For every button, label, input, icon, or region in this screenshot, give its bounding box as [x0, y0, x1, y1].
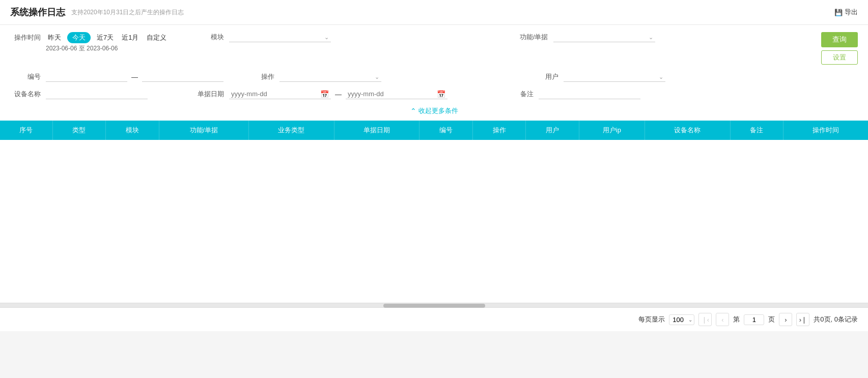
page-size-wrap[interactable]: 100 50 200 500 ⌄	[669, 314, 694, 325]
doc-date-col: 单据日期 📅 — 📅	[193, 89, 483, 99]
time-btn-7days[interactable]: 近7天	[95, 32, 116, 43]
col-seq: 序号	[0, 121, 52, 140]
doc-date-to-wrap[interactable]: 📅	[346, 89, 447, 99]
number-input-to[interactable]	[142, 72, 223, 82]
col-biz-type: 业务类型	[249, 121, 334, 140]
collapse-icon: ⌃	[410, 107, 416, 115]
operation-col: 操作 ⌄	[244, 72, 508, 82]
user-chevron-icon: ⌄	[659, 73, 663, 80]
total-info: 共0页, 0条记录	[814, 315, 858, 324]
col-remark: 备注	[730, 121, 783, 140]
col-user-ip: 用户ip	[579, 121, 645, 140]
col-operation: 操作	[472, 121, 525, 140]
operation-chevron-icon: ⌄	[375, 73, 379, 80]
table-header: 序号 类型 模块 功能/单据 业务类型 单据日期 编号 操作 用户 用户ip 设…	[0, 121, 868, 140]
function-select[interactable]	[555, 33, 643, 41]
export-button[interactable]: 💾 导出	[834, 8, 858, 17]
calendar-from-icon[interactable]: 📅	[320, 90, 329, 98]
export-label: 导出	[845, 8, 858, 17]
module-col: 模块 ⌄	[193, 32, 492, 42]
page-size-select[interactable]: 100 50 200 500	[669, 314, 694, 325]
page-label: 第	[733, 315, 740, 324]
doc-date-from-wrap[interactable]: 📅	[229, 89, 331, 99]
time-btn-yesterday[interactable]: 昨天	[46, 32, 63, 43]
title-area: 系统操作日志 支持2020年10月31日之后产生的操作日志	[10, 6, 184, 18]
function-chevron-icon: ⌄	[649, 34, 653, 40]
col-type: 类型	[52, 121, 105, 140]
doc-date-dash: —	[335, 91, 342, 98]
filter-row-1: 操作时间 昨天 今天 近7天 近1月 自定义 2023-06-06 至 2023…	[10, 32, 858, 65]
col-user: 用户	[526, 121, 579, 140]
data-table: 序号 类型 模块 功能/单据 业务类型 单据日期 编号 操作 用户 用户ip 设…	[0, 121, 868, 140]
doc-date-to[interactable]	[348, 90, 433, 98]
number-input-from[interactable]	[46, 72, 127, 82]
operation-label: 操作	[244, 72, 279, 81]
header-row: 序号 类型 模块 功能/单据 业务类型 单据日期 编号 操作 用户 用户ip 设…	[0, 121, 868, 140]
user-select[interactable]	[566, 73, 653, 80]
collapse-bar[interactable]: ⌃ 收起更多条件	[10, 103, 858, 121]
per-page-label: 每页显示	[638, 315, 665, 324]
filter-section: 操作时间 昨天 今天 近7天 近1月 自定义 2023-06-06 至 2023…	[0, 25, 868, 121]
calendar-to-icon[interactable]: 📅	[437, 90, 445, 98]
settings-button[interactable]: 设置	[821, 50, 858, 65]
module-label: 模块	[193, 33, 229, 42]
page-subtitle: 支持2020年10月31日之后产生的操作日志	[71, 8, 184, 17]
function-select-wrap[interactable]: ⌄	[553, 32, 655, 42]
module-select-wrap[interactable]: ⌄	[229, 32, 331, 42]
time-btn-custom[interactable]: 自定义	[145, 32, 169, 43]
col-function: 功能/单据	[159, 121, 248, 140]
function-label: 功能/单据	[513, 33, 553, 42]
user-col: 用户 ⌄	[528, 72, 792, 82]
module-select[interactable]	[231, 33, 319, 41]
col-module: 模块	[106, 121, 159, 140]
collapse-label: 收起更多条件	[418, 106, 458, 115]
filter-row-2: 编号 — 操作 ⌄ 用户	[10, 72, 858, 82]
action-buttons: 查询 设置	[821, 32, 858, 65]
col-number: 编号	[419, 121, 472, 140]
time-filter-col: 操作时间 昨天 今天 近7天 近1月 自定义 2023-06-06 至 2023…	[10, 32, 173, 53]
page-input[interactable]	[744, 314, 764, 325]
doc-date-from[interactable]	[231, 90, 317, 98]
remark-input[interactable]	[539, 89, 640, 99]
last-page-button[interactable]: ›❘	[796, 313, 809, 326]
user-label: 用户	[528, 72, 564, 81]
number-dash: —	[131, 73, 138, 81]
next-page-button[interactable]: ›	[779, 313, 792, 326]
time-btn-today[interactable]: 今天	[67, 32, 91, 43]
page-title: 系统操作日志	[10, 6, 65, 18]
device-input[interactable]	[46, 89, 148, 99]
device-label: 设备名称	[10, 90, 46, 99]
module-chevron-icon: ⌄	[324, 34, 329, 40]
user-select-wrap[interactable]: ⌄	[564, 72, 665, 82]
remark-col: 备注	[503, 89, 792, 99]
table-container: 序号 类型 模块 功能/单据 业务类型 单据日期 编号 操作 用户 用户ip 设…	[0, 121, 868, 140]
filter-row-3: 设备名称 单据日期 📅 — 📅 备注	[10, 89, 858, 99]
remark-label: 备注	[503, 90, 539, 99]
export-icon: 💾	[834, 9, 843, 16]
time-btn-1month[interactable]: 近1月	[120, 32, 141, 43]
empty-area	[0, 140, 868, 303]
page-header: 系统操作日志 支持2020年10月31日之后产生的操作日志 💾 导出	[0, 0, 868, 25]
time-filter-top: 操作时间 昨天 今天 近7天 近1月 自定义	[10, 32, 173, 43]
prev-page-button[interactable]: ‹	[716, 313, 729, 326]
col-op-time: 操作时间	[783, 121, 868, 140]
number-col: 编号 —	[10, 72, 223, 82]
date-range-display: 2023-06-06 至 2023-06-06	[46, 44, 173, 53]
device-col: 设备名称	[10, 89, 173, 99]
doc-date-label: 单据日期	[193, 90, 229, 99]
operation-select-wrap[interactable]: ⌄	[279, 72, 381, 82]
pagination-area: 每页显示 100 50 200 500 ⌄ ❘‹ ‹ 第 页 › ›❘ 共0页,…	[0, 308, 868, 331]
col-device: 设备名称	[645, 121, 730, 140]
page-unit: 页	[768, 315, 775, 324]
time-label: 操作时间	[10, 33, 46, 42]
time-options: 昨天 今天 近7天 近1月 自定义	[46, 32, 169, 43]
scrollbar-area[interactable]	[0, 303, 868, 308]
scrollbar-thumb[interactable]	[383, 304, 485, 308]
col-doc-date: 单据日期	[334, 121, 419, 140]
first-page-button[interactable]: ❘‹	[698, 313, 712, 326]
number-label: 编号	[10, 72, 46, 81]
function-col: 功能/单据 ⌄	[513, 32, 811, 42]
query-button[interactable]: 查询	[821, 32, 858, 47]
operation-select[interactable]	[282, 73, 369, 80]
